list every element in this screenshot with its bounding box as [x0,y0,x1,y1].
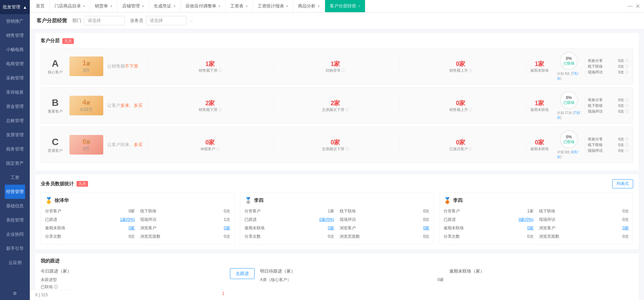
staff-stat-已跟进: 已跟进 0家(0%) [244,216,334,223]
info-icon-已激活客户[interactable]: ⓘ [469,146,472,152]
stat-val-已跟进[interactable]: 0家(0%) [519,217,534,223]
right-stat-info-有效分享[interactable]: ⓘ [625,98,629,102]
filter-more-icon[interactable]: ··· [189,18,193,23]
sidebar-item-企业协同[interactable]: 企业协同 [5,227,25,241]
right-stat-info-线下联络[interactable]: ⓘ [625,143,629,147]
sidebar-item-营销推广[interactable]: 营销推广 [5,14,25,28]
stat-val-逾期未联络[interactable]: 0家 [328,225,334,231]
stat-val-浏览客户[interactable]: 0家 [622,225,629,231]
sidebar-item-工资[interactable]: 工资 [5,170,25,185]
tab-工资表[interactable]: 工资表× [226,0,253,12]
window-minimize-icon[interactable]: — [627,3,633,9]
list-view-button[interactable]: 列表式 [612,179,633,188]
tab-应收应付调整单[interactable]: 应收应付调整单× [181,0,226,12]
stat-val-逾期未联络[interactable]: 0家 [129,225,135,231]
tier-count-A[interactable]: 1家 0万 [69,56,103,76]
tab-首页[interactable]: 首页 [31,0,50,12]
right-stat-info-有效分享[interactable]: ⓘ [625,59,629,63]
stat-val-逾期未联络[interactable]: 0家 [527,225,534,231]
stat-label-分享次数: 分享次数 [444,234,460,239]
tier-stat-label-休眠客户: 休眠客户 ⓘ [151,146,269,152]
goto-followup-button[interactable]: 去跟进 [230,268,255,279]
sidebar-item-云应用[interactable]: 云应用 [5,256,25,270]
sidebar-item-小畅电商[interactable]: 小畅电商 [5,43,25,57]
info-icon-销售额上升[interactable]: ⓘ [469,68,472,73]
sidebar-item-基础信息[interactable]: 基础信息 [5,199,25,213]
tier-stats-B: 2家 销售额下滑 ⓘ 2家 交易频次下滑 ⓘ 0家 销售额上升 ⓘ [149,97,522,114]
right-stat-info-现场拜访[interactable]: ⓘ [625,109,629,113]
stat-label-分管客户: 分管客户 [244,208,261,214]
stat-val-浏览页面数: 0次 [622,234,629,239]
tab-店铺管理[interactable]: 店铺管理× [117,0,149,12]
info-icon-休眠客户[interactable]: ⓘ [216,146,220,152]
customer-month-badge: 九月 [62,38,74,44]
tab-close-销货单[interactable]: × [110,4,112,8]
right-stat-info-现场拜访[interactable]: ⓘ [625,70,629,74]
sidebar-item-系统管理[interactable]: 系统管理 [5,213,25,227]
right-stat-info-线下联络[interactable]: ⓘ [625,64,629,68]
stat-val-浏览客户[interactable]: 0家 [224,225,230,231]
sidebar-collapse-icon[interactable]: ▲ [23,5,27,10]
tier-count-B[interactable]: 4家 0.53万 [69,96,103,115]
right-stat-info-有效分享[interactable]: ⓘ [625,137,629,141]
staff-stat-线下联络: 线下联络 0次 [340,208,429,215]
tab-close-工资统计报表[interactable]: × [286,4,288,8]
sidebar-item-固定资产[interactable]: 固定资产 [5,156,25,170]
tab-生成凭证[interactable]: 生成凭证× [149,0,180,12]
sidebar-item-总账管理[interactable]: 总账管理 [5,114,25,128]
stat-label-浏览客户: 浏览客户 [340,225,356,231]
sidebar-header[interactable]: 批发管理 ▲ [0,0,30,14]
tab-客户分层经营[interactable]: 客户分层经营× [325,0,365,12]
sidebar-item-经营管理[interactable]: 经营管理 [5,185,25,199]
info-icon-交易频次下滑[interactable]: ⓘ [345,107,349,112]
tab-close-门店商品目录[interactable]: × [83,4,85,8]
stat-label-已跟进: 已跟进 [45,217,57,223]
sidebar-item-新手引导[interactable]: 新手引导 [5,241,25,256]
dept-select[interactable]: 请选择 [84,16,125,25]
tab-close-工资表[interactable]: × [245,4,248,8]
tab-close-店铺管理[interactable]: × [142,4,144,8]
circle-pct-B: 0% [566,95,572,100]
sidebar-item-库存核算[interactable]: 库存核算 [5,85,25,99]
sidebar: 批发管理 ▲ 营销推广销售管理小畅电商电商管理采购管理库存核算资金管理总账管理发… [0,0,30,300]
stat-val-线下联络: 0次 [622,208,629,214]
sidebar-item-资金管理[interactable]: 资金管理 [5,99,25,114]
tab-close-应收应付调整单[interactable]: × [218,4,220,8]
settings-icon[interactable]: ⚙ [0,287,30,300]
sidebar-item-销售管理[interactable]: 销售管理 [5,28,25,43]
sidebar-item-发票管理[interactable]: 发票管理 [5,128,25,142]
stat-val-已跟进[interactable]: 0家(0%) [319,217,334,223]
right-stat-label-现场拜访: 现场拜访 [588,70,603,75]
stat-val-已跟进[interactable]: 1家(0%) [120,217,135,223]
stat-label-已跟进: 已跟进 [444,217,456,223]
tab-工资统计报表[interactable]: 工资统计报表× [253,0,293,12]
tab-门店商品目录[interactable]: 门店商品目录× [50,0,90,12]
tier-slogan-A: 让销售额不下滑 [107,63,145,69]
window-close-icon[interactable]: ✕ [636,3,640,9]
tab-商品分析[interactable]: 商品分析× [293,0,325,12]
tab-close-客户分层经营[interactable]: × [358,4,360,8]
sidebar-item-电商管理[interactable]: 电商管理 [5,57,25,71]
medal-icon-李四: 🥉 [444,197,451,204]
tier-name-B: 重要客户 [45,109,65,114]
tier-right-stats-B: 有效分享 0次 ⓘ 线下联络 0次 ⓘ 现场拜访 0次 ⓘ [585,97,629,114]
right-stat-info-线下联络[interactable]: ⓘ [625,103,629,108]
staff-select[interactable]: 请选择 [146,16,187,25]
tab-close-生成凭证[interactable]: × [173,4,175,8]
info-icon-销售额上升[interactable]: ⓘ [469,107,472,112]
right-stat-info-现场拜访[interactable]: ⓘ [625,148,629,153]
info-icon-交易频次下滑[interactable]: ⓘ [345,146,349,152]
tier-stat-交易频次下滑: 2家 交易频次下滑 ⓘ [274,97,396,114]
today-col-title: 今日跟进（家） [41,268,224,274]
info-icon-销售额下滑[interactable]: ⓘ [218,107,222,112]
stat-val-浏览客户[interactable]: 0家 [423,225,430,231]
tab-close-商品分析[interactable]: × [318,4,320,8]
tier-count-C[interactable]: 0家 0万 [69,135,103,155]
tier-circle-A: 0% 已联络 计划 4次 (7天/次) [557,52,581,81]
tab-销货单[interactable]: 销货单× [90,0,117,12]
sidebar-item-税务管理[interactable]: 税务管理 [5,142,25,156]
tier-amount-C: 0万 [72,146,101,152]
info-icon-销售额下滑[interactable]: ⓘ [218,68,222,73]
info-icon-回购异常[interactable]: ⓘ [341,68,345,73]
sidebar-item-采购管理[interactable]: 采购管理 [5,71,25,85]
